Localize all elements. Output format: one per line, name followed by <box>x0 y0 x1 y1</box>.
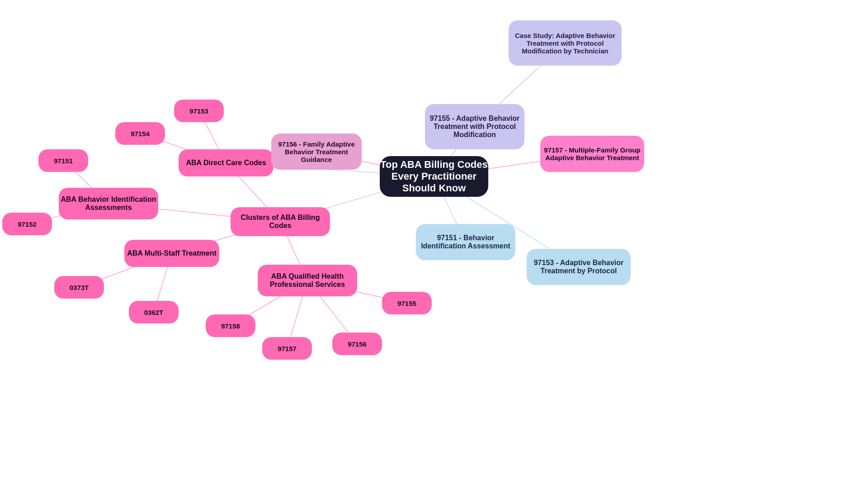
code-97155-qhp-node[interactable]: 97155 <box>382 292 432 314</box>
clusters-node[interactable]: Clusters of ABA Billing Codes <box>231 207 330 236</box>
case-study-label: Case Study: Adaptive Behavior Treatment … <box>509 32 622 55</box>
multi-staff-node[interactable]: ABA Multi-Staff Treatment <box>124 240 219 267</box>
code-97153-dc-label: 97153 <box>189 107 208 115</box>
code-97151-label: 97151 <box>54 157 73 165</box>
direct-care-label: ABA Direct Care Codes <box>186 159 266 167</box>
97156-family-label: 97156 - Family Adaptive Behavior Treatme… <box>271 140 362 163</box>
code-97157-qhp-node[interactable]: 97157 <box>262 337 312 360</box>
code-0362t-node[interactable]: 0362T <box>129 301 179 323</box>
code-97152-label: 97152 <box>18 220 37 228</box>
97153-protocol-label: 97153 - Adaptive Behavior Treatment by P… <box>527 259 631 275</box>
code-97156-qhp-node[interactable]: 97156 <box>332 333 382 355</box>
code-0373t-node[interactable]: 0373T <box>54 276 104 299</box>
97151-behav-node[interactable]: 97151 - Behavior Identification Assessme… <box>416 224 515 260</box>
code-97158-node[interactable]: 97158 <box>206 314 255 337</box>
clusters-label: Clusters of ABA Billing Codes <box>231 214 330 230</box>
direct-care-node[interactable]: ABA Direct Care Codes <box>179 149 274 176</box>
97156-family-node[interactable]: 97156 - Family Adaptive Behavior Treatme… <box>271 133 362 170</box>
qhp-label: ABA Qualified Health Professional Servic… <box>258 272 357 289</box>
behavior-id-node[interactable]: ABA Behavior Identification Assessments <box>59 188 158 219</box>
code-97156-qhp-label: 97156 <box>348 340 367 348</box>
code-97157-qhp-label: 97157 <box>278 345 297 352</box>
code-97158-label: 97158 <box>221 322 240 330</box>
97153-protocol-node[interactable]: 97153 - Adaptive Behavior Treatment by P… <box>527 249 631 285</box>
behavior-id-label: ABA Behavior Identification Assessments <box>59 195 158 212</box>
qhp-node[interactable]: ABA Qualified Health Professional Servic… <box>258 265 357 296</box>
code-97154-label: 97154 <box>131 130 150 138</box>
code-97151-node[interactable]: 97151 <box>38 149 88 172</box>
97157-multi-node[interactable]: 97157 - Multiple-Family Group Adaptive B… <box>540 136 644 172</box>
code-97154-node[interactable]: 97154 <box>115 122 165 145</box>
97155-mod-node[interactable]: 97155 - Adaptive Behavior Treatment with… <box>425 104 524 149</box>
97155-mod-label: 97155 - Adaptive Behavior Treatment with… <box>425 114 524 139</box>
multi-staff-label: ABA Multi-Staff Treatment <box>127 249 217 257</box>
center-node[interactable]: Top ABA Billing Codes Every Practitioner… <box>380 156 488 197</box>
code-97152-node[interactable]: 97152 <box>2 213 52 235</box>
code-97155-qhp-label: 97155 <box>397 300 416 307</box>
code-0362t-label: 0362T <box>144 309 164 316</box>
97157-multi-label: 97157 - Multiple-Family Group Adaptive B… <box>540 146 644 162</box>
case-study-node[interactable]: Case Study: Adaptive Behavior Treatment … <box>509 20 622 66</box>
code-0373t-label: 0373T <box>70 284 89 291</box>
code-97153-dc-node[interactable]: 97153 <box>174 100 224 122</box>
97151-behav-label: 97151 - Behavior Identification Assessme… <box>416 234 515 250</box>
center-label: Top ABA Billing Codes Every Practitioner… <box>380 159 488 194</box>
